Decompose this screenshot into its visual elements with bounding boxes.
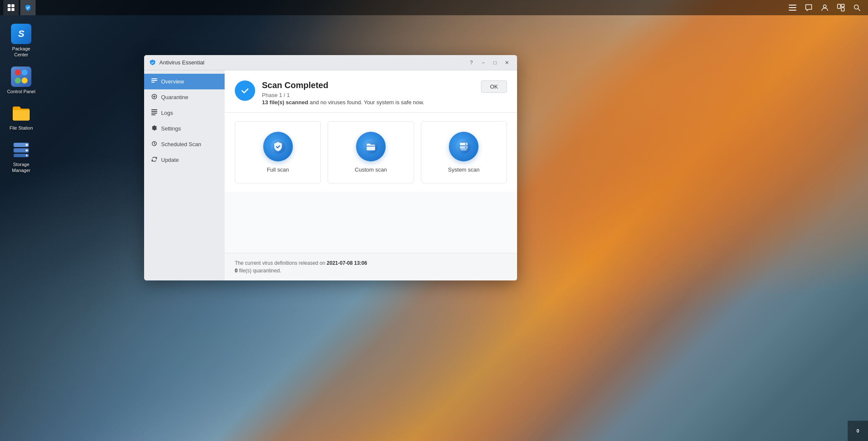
virus-def-prefix: The current virus definitions released o… [235, 260, 327, 266]
antivirus-shield-icon [149, 59, 156, 66]
file-station-icon [11, 103, 31, 123]
scan-options: Full scan [225, 113, 517, 192]
svg-point-15 [26, 150, 28, 152]
svg-rect-3 [11, 8, 14, 11]
svg-rect-4 [789, 5, 796, 6]
app-switcher-button[interactable] [3, 0, 19, 15]
svg-point-17 [26, 155, 28, 156]
storage-manager-label: Storage Manager [7, 161, 36, 174]
maximize-button[interactable]: □ [490, 58, 500, 68]
control-panel-icon [11, 67, 31, 87]
scan-complete-circle [235, 80, 255, 101]
system-scan-icon [449, 132, 479, 161]
svg-rect-26 [151, 113, 157, 114]
full-scan-card[interactable]: Full scan [235, 121, 321, 183]
window-titlebar: Antivirus Essential ? − □ ✕ [144, 55, 517, 70]
search-button[interactable] [849, 0, 865, 15]
desktop-icon-control-panel[interactable]: Control Panel [4, 64, 38, 97]
quarantine-icon [151, 94, 158, 101]
svg-rect-24 [151, 109, 157, 110]
sidebar-update-label: Update [161, 157, 179, 163]
sidebar-overview-label: Overview [161, 78, 184, 85]
hamburger-menu-button[interactable] [785, 0, 800, 15]
scan-completed-title: Scan Completed [262, 80, 474, 90]
taskbar-left [3, 0, 36, 15]
system-scan-label: System scan [448, 166, 479, 173]
svg-rect-35 [461, 149, 467, 150]
overview-icon [151, 78, 158, 85]
control-panel-label: Control Panel [7, 89, 36, 94]
quarantine-suffix: file(s) quarantined. [238, 268, 281, 274]
full-scan-label: Full scan [267, 166, 289, 173]
close-button[interactable]: ✕ [502, 58, 512, 68]
custom-scan-label: Custom scan [355, 166, 387, 173]
minimize-button[interactable]: − [478, 58, 488, 68]
scheduled-scan-icon [151, 141, 158, 148]
scan-info: Scan Completed Phase 1 / 1 13 file(s) sc… [262, 80, 474, 105]
sidebar-settings-label: Settings [161, 125, 181, 132]
svg-rect-1 [11, 4, 14, 7]
settings-icon [151, 125, 158, 132]
window-footer: The current virus definitions released o… [225, 253, 517, 280]
svg-rect-0 [8, 4, 11, 7]
window-title-left: Antivirus Essential [149, 59, 204, 66]
desktop-icon-file-station[interactable]: File Station [4, 100, 38, 133]
svg-point-7 [823, 5, 826, 8]
window-controls: ? − □ ✕ [466, 58, 512, 68]
svg-rect-18 [151, 78, 157, 79]
custom-scan-card[interactable]: Custom scan [328, 121, 414, 183]
system-scan-card[interactable]: System scan [421, 121, 507, 183]
antivirus-taskbar-button[interactable] [20, 0, 36, 15]
full-scan-icon [263, 132, 293, 161]
taskbar-right [785, 0, 865, 15]
svg-rect-25 [151, 111, 157, 112]
window-body: Overview Quarantine [144, 70, 517, 280]
package-center-icon: S [11, 24, 31, 44]
svg-rect-2 [8, 8, 11, 11]
svg-rect-5 [789, 7, 796, 8]
system-tray-count[interactable]: 0 [848, 421, 868, 441]
window-main: Scan Completed Phase 1 / 1 13 file(s) sc… [225, 70, 517, 280]
file-station-label: File Station [9, 125, 33, 131]
sidebar-item-quarantine[interactable]: Quarantine [144, 89, 225, 105]
antivirus-window: Antivirus Essential ? − □ ✕ Overview [144, 55, 517, 280]
sidebar-item-update[interactable]: Update [144, 152, 225, 168]
sidebar-item-scheduled-scan[interactable]: Scheduled Scan [144, 136, 225, 152]
scan-files-count: 13 file(s) scanned [262, 99, 308, 105]
help-button[interactable]: ? [466, 58, 476, 68]
taskbar-top [0, 0, 868, 15]
desktop-icon-package-center[interactable]: S Package Center [4, 21, 38, 61]
user-button[interactable] [817, 0, 832, 15]
scan-header: Scan Completed Phase 1 / 1 13 file(s) sc… [225, 70, 517, 113]
svg-rect-6 [789, 10, 796, 11]
svg-rect-20 [151, 82, 155, 83]
sidebar-scheduled-scan-label: Scheduled Scan [161, 141, 201, 147]
svg-point-34 [465, 147, 467, 148]
sidebar-item-logs[interactable]: Logs [144, 105, 225, 121]
sidebar-logs-label: Logs [161, 110, 173, 116]
sidebar-item-settings[interactable]: Settings [144, 121, 225, 136]
package-center-label: Package Center [7, 46, 36, 58]
sidebar-item-overview[interactable]: Overview [144, 74, 225, 89]
window-title-text: Antivirus Essential [159, 59, 204, 66]
quarantine-count: 0 [235, 268, 238, 274]
virus-def-date: 2021-07-08 13:06 [327, 260, 367, 266]
window-manager-button[interactable] [833, 0, 849, 15]
quarantine-count-text: 0 file(s) quarantined. [235, 268, 507, 274]
svg-rect-27 [151, 114, 156, 115]
svg-rect-10 [841, 8, 844, 11]
sidebar-quarantine-label: Quarantine [161, 94, 188, 100]
custom-scan-icon [356, 132, 386, 161]
logs-icon [151, 109, 158, 116]
scan-phase: Phase 1 / 1 [262, 92, 474, 98]
desktop-icon-storage-manager[interactable]: Storage Manager [4, 137, 38, 176]
virus-def-text: The current virus definitions released o… [235, 260, 507, 266]
svg-rect-19 [151, 80, 157, 81]
svg-rect-9 [841, 4, 844, 7]
scan-ok-button[interactable]: OK [481, 80, 507, 93]
svg-rect-8 [837, 4, 840, 8]
window-sidebar: Overview Quarantine [144, 70, 225, 280]
svg-point-33 [465, 144, 467, 145]
chat-button[interactable] [801, 0, 816, 15]
update-icon [151, 156, 158, 164]
